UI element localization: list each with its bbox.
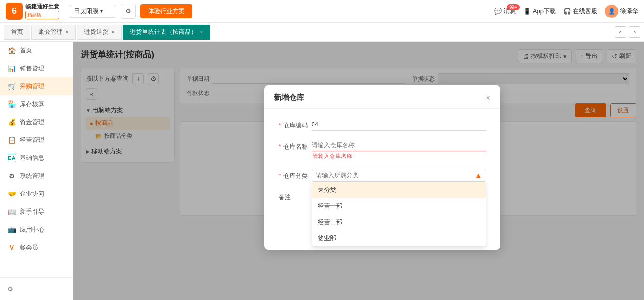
settings-icon: ⚙	[8, 285, 13, 292]
top-right: 💬 消息 99+ 📱 App下载 🎧 在线客服 👤 徐泽华	[494, 5, 638, 18]
tab-accounts[interactable]: 账套管理 ×	[31, 25, 76, 40]
name-error-msg: 请输入仓库名称	[279, 152, 352, 160]
purchase-icon: 🛒	[8, 82, 16, 91]
form-row-name: * 仓库名称 请输入仓库名称	[279, 139, 486, 160]
user-menu[interactable]: 👤 徐泽华	[605, 5, 638, 18]
message-icon: 💬	[494, 8, 502, 15]
tab-bar: 首页 账套管理 × 进货退货 × 进货单统计表（按商品） × ‹ ›	[0, 23, 644, 42]
tab-next-button[interactable]: ›	[629, 26, 640, 38]
sidebar-item-operations[interactable]: 📋 经营管理	[0, 131, 73, 149]
app-download-button[interactable]: 📱 App下载	[523, 7, 556, 16]
inventory-icon: 🏪	[8, 100, 16, 108]
content-area: 进货单统计(按商品) 🖨 按模板打印 ▾ ↑ 导出 ↺ 刷新	[73, 42, 644, 300]
category-label: * 仓库分类	[279, 169, 312, 180]
tab-prev-button[interactable]: ‹	[615, 26, 626, 38]
top-bar: 6 畅捷通好生意 精品版 日太阳膜 ▾ ⚙ 体验行业方案 💬 消息 99+ 📱 …	[0, 0, 644, 23]
sidebar-item-system[interactable]: ⚙ 系统管理	[0, 167, 73, 185]
category-arrow-icon[interactable]: ▲	[475, 171, 482, 180]
code-input[interactable]	[312, 118, 486, 131]
guide-icon: 📖	[8, 208, 16, 216]
category-input[interactable]	[312, 169, 486, 182]
category-dropdown: 未分类 经营一部 经营二部 物业部	[312, 182, 486, 247]
enterprise-icon: 🤝	[8, 190, 16, 198]
form-row-code: * 仓库编码	[279, 118, 486, 131]
tab-close-accounts[interactable]: ×	[66, 29, 69, 35]
required-star: *	[279, 122, 281, 129]
sidebar-item-enterprise[interactable]: 🤝 企业协同	[0, 185, 73, 203]
required-star-name: *	[279, 143, 281, 150]
main-layout: 🏠 首页 📊 销售管理 🛒 采购管理 🏪 库存核算 💰 资金管理 📋 经营管理 …	[0, 42, 644, 300]
dropdown-item-2[interactable]: 经营二部	[312, 214, 486, 230]
appcenter-icon: 📺	[8, 225, 16, 234]
sidebar-item-inventory[interactable]: 🏪 库存核算	[0, 95, 73, 113]
gear-button[interactable]: ⚙	[121, 4, 136, 19]
home-icon: 🏠	[8, 46, 16, 55]
service-button[interactable]: 🎧 在线客服	[563, 7, 597, 16]
app-icon: 📱	[523, 8, 531, 15]
message-button[interactable]: 💬 消息 99+	[494, 7, 516, 16]
tab-stats[interactable]: 进货单统计表（按商品） ×	[123, 25, 210, 40]
dropdown-item-3[interactable]: 物业部	[312, 230, 486, 246]
store-chevron-icon: ▾	[100, 8, 103, 14]
tab-return[interactable]: 进货退货 ×	[77, 25, 122, 40]
avatar: 👤	[605, 5, 618, 18]
sidebar-item-appcenter[interactable]: 📺 应用中心	[0, 221, 73, 239]
vip-icon: V	[8, 243, 16, 252]
sidebar-item-guide[interactable]: 📖 新手引导	[0, 203, 73, 221]
remark-label: 备注	[279, 190, 312, 201]
sidebar-item-vip[interactable]: V 畅会员	[0, 239, 73, 257]
code-label: * 仓库编码	[279, 118, 312, 130]
basic-info-icon: EA	[8, 154, 16, 162]
add-warehouse-dialog: 新增仓库 × * 仓库编码 * 仓库名称	[264, 85, 500, 250]
dropdown-item-0[interactable]: 未分类	[312, 182, 486, 198]
logo-badge: 精品版	[25, 11, 59, 19]
sidebar-item-sales[interactable]: 📊 销售管理	[0, 59, 73, 77]
operations-icon: 📋	[8, 136, 16, 144]
name-input[interactable]	[312, 139, 486, 151]
sales-icon: 📊	[8, 64, 16, 73]
store-selector[interactable]: 日太阳膜 ▾	[69, 5, 116, 18]
dropdown-item-1[interactable]: 经营一部	[312, 198, 486, 214]
sidebar-item-basic-info[interactable]: EA 基础信息	[0, 149, 73, 167]
sidebar-item-purchase[interactable]: 🛒 采购管理	[0, 77, 73, 95]
tab-close-return[interactable]: ×	[111, 29, 115, 35]
tab-close-stats[interactable]: ×	[200, 29, 203, 35]
logo-icon: 6	[6, 3, 23, 20]
tab-home[interactable]: 首页	[4, 25, 30, 40]
category-select-wrapper: ▲ 未分类 经营一部 经营二部 物业部	[312, 169, 486, 182]
message-badge: 99+	[507, 4, 520, 10]
trial-button[interactable]: 体验行业方案	[140, 4, 192, 18]
logo-text: 畅捷通好生意 精品版	[25, 3, 59, 19]
dialog-title: 新增仓库	[274, 93, 304, 103]
dialog-body: * 仓库编码 * 仓库名称 请输入仓库名称	[264, 109, 500, 220]
system-icon: ⚙	[8, 172, 16, 180]
sidebar-item-home[interactable]: 🏠 首页	[0, 42, 73, 59]
sidebar: 🏠 首页 📊 销售管理 🛒 采购管理 🏪 库存核算 💰 资金管理 📋 经营管理 …	[0, 42, 73, 300]
sidebar-settings-button[interactable]: ⚙	[0, 282, 73, 296]
required-star-cat: *	[279, 172, 281, 179]
name-label: * 仓库名称	[279, 140, 312, 151]
form-row-category: * 仓库分类 ▲ 未分类 经营一部 经营二部 物业部	[279, 169, 486, 182]
headphone-icon: 🎧	[563, 8, 571, 15]
sidebar-bottom: ⚙	[0, 277, 73, 300]
dialog-header: 新增仓库 ×	[264, 85, 500, 109]
logo-area: 6 畅捷通好生意 精品版	[6, 3, 59, 20]
tab-actions: ‹ ›	[615, 26, 640, 38]
dialog-close-button[interactable]: ×	[486, 93, 491, 103]
finance-icon: 💰	[8, 118, 16, 126]
sidebar-item-finance[interactable]: 💰 资金管理	[0, 113, 73, 131]
